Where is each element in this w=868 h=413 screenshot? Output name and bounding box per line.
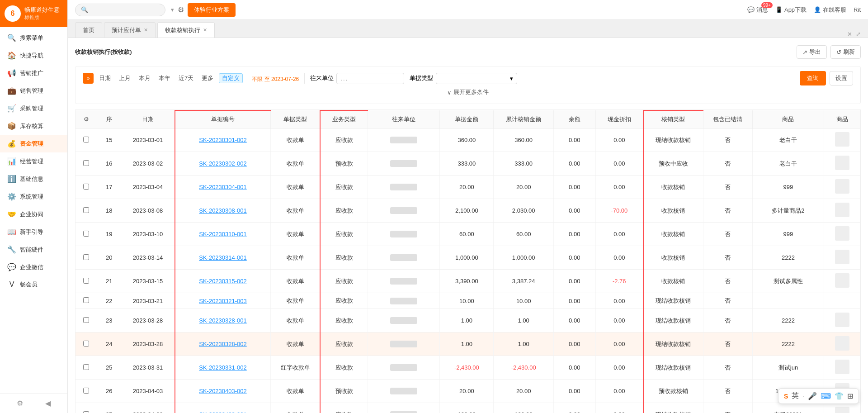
ime-lang-label[interactable]: 英 xyxy=(792,391,799,401)
topbar-search-box[interactable]: 🔍 xyxy=(75,4,165,16)
ime-grid-icon[interactable]: ⊞ xyxy=(847,392,853,400)
settings-btn[interactable]: 设置 xyxy=(830,71,853,85)
row-checkbox[interactable] xyxy=(83,207,89,213)
sidebar-item-basic[interactable]: ℹ️ 基础信息 xyxy=(0,170,67,188)
export-btn[interactable]: ↗ 导出 xyxy=(797,45,827,59)
sidebar-item-system[interactable]: ⚙️ 系统管理 xyxy=(0,188,67,205)
row-checkbox[interactable] xyxy=(83,411,89,413)
sidebar-item-sales[interactable]: 💼 销售管理 xyxy=(0,82,67,100)
tab-payable-close[interactable]: ✕ xyxy=(144,27,148,33)
sidebar-item-hardware[interactable]: 🔧 智能硬件 xyxy=(0,241,67,258)
bill-no-link[interactable]: SK-20230408-001 xyxy=(199,411,247,413)
cell-checkbox[interactable] xyxy=(75,380,97,403)
row-checkbox[interactable] xyxy=(83,137,89,142)
tab-receipt-verify[interactable]: 收款核销执行 ✕ xyxy=(157,22,215,38)
query-btn[interactable]: 查询 xyxy=(800,71,826,85)
sidebar-item-search[interactable]: 🔍 搜索菜单 xyxy=(0,29,67,47)
bill-no-link[interactable]: SK-20230328-002 xyxy=(199,341,247,347)
filter-date-this-year[interactable]: 本年 xyxy=(156,73,173,83)
row-checkbox[interactable] xyxy=(83,364,89,370)
exp-industry-btn[interactable]: 体验行业方案 xyxy=(188,3,236,17)
sidebar-item-purchase[interactable]: 🛒 采购管理 xyxy=(0,100,67,117)
filter-expand-btn[interactable]: » xyxy=(83,73,94,84)
cell-checkbox[interactable] xyxy=(75,246,97,270)
filter-bill-type-select[interactable]: ▾ xyxy=(436,73,517,84)
bill-no-link[interactable]: SK-20230328-001 xyxy=(199,317,247,324)
row-checkbox[interactable] xyxy=(83,297,89,303)
bill-no-link[interactable]: SK-20230331-002 xyxy=(199,364,247,371)
cell-checkbox[interactable] xyxy=(75,332,97,356)
bill-no-link[interactable]: SK-20230302-002 xyxy=(199,160,247,167)
bill-no-link[interactable]: SK-20230308-001 xyxy=(199,207,247,214)
row-checkbox[interactable] xyxy=(83,254,89,260)
online-service-btn[interactable]: 👤 在线客服 xyxy=(814,6,846,14)
cell-checkbox[interactable] xyxy=(75,356,97,380)
row-checkbox[interactable] xyxy=(83,231,89,237)
filter-date-last-month[interactable]: 上月 xyxy=(116,73,133,83)
th-settings-icon[interactable]: ⚙ xyxy=(84,116,89,123)
cell-discount: 0.00 xyxy=(595,223,643,246)
cell-checkbox[interactable] xyxy=(75,152,97,176)
filter-date-custom[interactable]: 自定义 xyxy=(219,73,243,83)
cell-checkbox[interactable] xyxy=(75,293,97,309)
cell-checkbox[interactable] xyxy=(75,309,97,332)
topbar-chevron-icon[interactable]: ▾ xyxy=(171,6,174,13)
cell-include: 否 xyxy=(703,356,752,380)
cell-no: 16 xyxy=(97,152,121,176)
row-checkbox[interactable] xyxy=(83,341,89,347)
row-checkbox[interactable] xyxy=(83,160,89,166)
row-checkbox[interactable] xyxy=(83,278,89,284)
cell-checkbox[interactable] xyxy=(75,199,97,223)
bill-no-link[interactable]: SK-20230304-001 xyxy=(199,184,247,190)
cell-discount: -2.76 xyxy=(595,270,643,293)
sidebar-item-finance[interactable]: 💰 资金管理 xyxy=(0,135,67,152)
tab-receipt-label: 收款核销执行 xyxy=(165,26,200,34)
tab-payable[interactable]: 预计应付单 ✕ xyxy=(104,22,156,38)
topbar-gear-icon[interactable]: ⚙ xyxy=(178,5,184,14)
sidebar-item-operations[interactable]: 📊 经营管理 xyxy=(0,152,67,170)
tab-home[interactable]: 首页 xyxy=(75,22,102,38)
ime-mic-icon[interactable]: 🎤 xyxy=(808,392,817,400)
sidebar-item-member[interactable]: V 畅会员 xyxy=(0,276,67,293)
row-checkbox[interactable] xyxy=(83,317,89,323)
bill-no-link[interactable]: SK-20230315-002 xyxy=(199,278,247,285)
filter-date-7days[interactable]: 近7天 xyxy=(176,73,196,83)
bill-no-link[interactable]: SK-20230310-001 xyxy=(199,231,247,237)
bill-no-link[interactable]: SK-20230314-001 xyxy=(199,254,247,261)
filter-partner-select[interactable]: ... xyxy=(336,73,404,84)
sidebar-item-wechat[interactable]: 💬 企业微信 xyxy=(0,258,67,276)
app-download-btn[interactable]: 📱 App下载 xyxy=(775,6,807,14)
ime-skin-icon[interactable]: 👕 xyxy=(835,392,844,400)
collapse-icon[interactable]: ◀ xyxy=(45,399,51,408)
expand-more-conditions[interactable]: ∨ 展开更多条件 xyxy=(83,85,853,99)
filter-date-this-month[interactable]: 本月 xyxy=(136,73,153,83)
filter-date-more[interactable]: 更多 xyxy=(199,73,216,83)
refresh-btn[interactable]: ↺ 刷新 xyxy=(830,45,861,59)
cell-checkbox[interactable] xyxy=(75,223,97,246)
th-settings[interactable]: ⚙ xyxy=(75,110,97,128)
sidebar-item-shortcut[interactable]: 🏠 快捷导航 xyxy=(0,47,67,64)
cell-checkbox[interactable] xyxy=(75,176,97,199)
cell-no: 27 xyxy=(97,403,121,413)
bill-no-link[interactable]: SK-20230321-003 xyxy=(199,298,247,304)
cell-balance: 0.00 xyxy=(553,356,595,380)
ime-keyboard-icon[interactable]: ⌨ xyxy=(821,392,831,400)
table-row: 16 2023-03-02 SK-20230302-002 收款单 预收款 33… xyxy=(75,152,860,176)
sidebar-item-collab[interactable]: 🤝 企业协同 xyxy=(0,205,67,223)
bill-no-link[interactable]: SK-20230301-002 xyxy=(199,137,247,143)
settings-icon[interactable]: ⚙ xyxy=(17,399,23,408)
tab-close-all-icon[interactable]: ✕ xyxy=(847,31,852,38)
bill-no-link[interactable]: SK-20230403-002 xyxy=(199,388,247,394)
sidebar-item-inventory[interactable]: 📦 库存核算 xyxy=(0,117,67,135)
cell-checkbox[interactable] xyxy=(75,403,97,413)
message-btn[interactable]: 💬 消息 99+ xyxy=(747,6,768,14)
row-checkbox[interactable] xyxy=(83,184,89,190)
tab-fullscreen-icon[interactable]: ⤢ xyxy=(856,31,861,38)
tab-receipt-close[interactable]: ✕ xyxy=(203,27,207,33)
sidebar-item-guide[interactable]: 📖 新手引导 xyxy=(0,223,67,241)
cell-checkbox[interactable] xyxy=(75,128,97,152)
row-checkbox[interactable] xyxy=(83,388,89,394)
cell-checkbox[interactable] xyxy=(75,270,97,293)
sidebar-item-marketing[interactable]: 📢 营销推广 xyxy=(0,64,67,82)
user-name[interactable]: Rit xyxy=(854,6,861,13)
